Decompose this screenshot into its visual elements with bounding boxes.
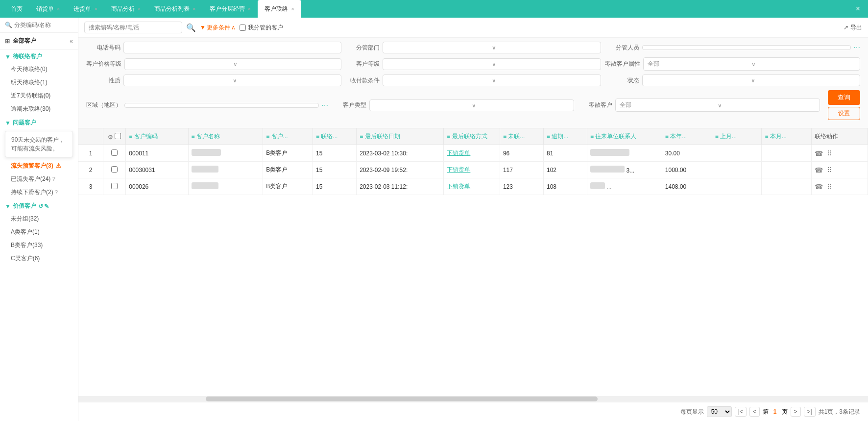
row-checkbox-cell (103, 178, 126, 195)
last-way-link[interactable]: 下销货单 (447, 149, 470, 156)
th-unlinked[interactable]: ≡ 未联... (500, 128, 543, 145)
sidebar-item-overdue-contact[interactable]: 逾期未联络(30) (0, 102, 78, 116)
export-button[interactable]: ↗ 导出 (844, 24, 862, 32)
th-this-month[interactable]: ≡ 本月... (762, 128, 812, 145)
more-conditions-btn[interactable]: ▼ 更多条件 ∧ (200, 24, 236, 32)
scatter-attr-select[interactable]: 全部 ∨ (643, 57, 860, 71)
more-actions-icon[interactable]: ⠿ (827, 166, 832, 174)
data-table: ⚙ ≡ 客户编码 ≡ 客户名称 ≡ 客户... ≡ (78, 128, 868, 195)
table-settings-icon[interactable]: ⚙ (108, 134, 113, 141)
th-code[interactable]: ≡ 客户编码 (126, 128, 188, 145)
row-date: 2023-02-09 19:52: (357, 162, 444, 178)
th-num (78, 128, 103, 145)
payment-select[interactable]: ∨ (383, 74, 601, 86)
last-way-link[interactable]: 下销货单 (447, 166, 470, 173)
th-last-date[interactable]: ≡ 最后联络日期 (357, 128, 444, 145)
tab-purchase[interactable]: 进货单 × (67, 0, 104, 18)
more-region-btn[interactable]: ··· (322, 101, 328, 110)
customer-type-select[interactable]: ∨ (369, 99, 574, 111)
more-actions-icon[interactable]: ⠿ (827, 183, 832, 191)
last-way-link[interactable]: 下销货单 (447, 183, 470, 190)
region-select[interactable] (124, 103, 319, 108)
customer-level-select[interactable]: ∨ (383, 58, 601, 70)
more-person-btn[interactable]: ··· (854, 43, 860, 52)
next-page-btn[interactable]: > (791, 407, 801, 417)
close-icon[interactable]: × (193, 6, 195, 12)
filter-row-2: 客户价格等级 ∨ 客户等级 ∨ 零散客户属性 全部 (86, 57, 860, 71)
close-icon[interactable]: × (94, 6, 97, 12)
tab-home[interactable]: 首页 (4, 0, 29, 18)
contact-icon[interactable]: ☎ (815, 166, 823, 174)
row-checkbox[interactable] (111, 149, 118, 156)
tab-product-list[interactable]: 商品分析列表 × (147, 0, 202, 18)
more-actions-icon[interactable]: ⠿ (827, 149, 832, 157)
close-icon[interactable]: × (248, 6, 251, 12)
row-checkbox[interactable] (111, 166, 118, 173)
phone-input[interactable] (123, 42, 341, 53)
sidebar-item-tomorrow[interactable]: 明天待联络(1) (0, 76, 78, 89)
sidebar-all-customers[interactable]: ⊞ 全部客户 « (0, 33, 78, 50)
status-select[interactable]: ∨ (642, 74, 860, 86)
my-customers-checkbox-label[interactable]: 我分管的客户 (240, 24, 283, 32)
th-year[interactable]: ≡ 本年... (662, 128, 712, 145)
tab-sales[interactable]: 销货单 × (29, 0, 67, 18)
row-this-month (762, 145, 812, 162)
row-checkbox[interactable] (111, 183, 118, 189)
th-name[interactable]: ≡ 客户名称 (188, 128, 263, 145)
sidebar-section-problem[interactable]: ▼ 问题客户 (0, 116, 78, 129)
first-page-btn[interactable]: |< (735, 407, 747, 417)
last-page-btn[interactable]: >| (804, 407, 816, 417)
page-label: 第 (763, 408, 769, 416)
contact-icon[interactable]: ☎ (815, 183, 823, 191)
person-extra: ... (606, 184, 611, 191)
page-size-select[interactable]: 50 100 200 (707, 406, 732, 417)
sidebar-section-pending[interactable]: ▼ 待联络客户 (0, 50, 78, 63)
sidebar-item-churn-warning[interactable]: 流失预警客户(3) ⚠ (0, 159, 78, 173)
select-all-checkbox[interactable] (115, 133, 121, 139)
person-select[interactable] (642, 45, 851, 50)
table-row: 1 000011 B类客户 15 2023-03-02 10:30: 下销货单 … (78, 145, 868, 162)
close-icon[interactable]: × (138, 6, 141, 12)
settings-button[interactable]: 设置 (828, 107, 860, 120)
tab-customer-tier[interactable]: 客户分层经营 × (203, 0, 258, 18)
sidebar-item-b-class[interactable]: B类客户(33) (0, 239, 78, 252)
prev-page-btn[interactable]: < (749, 407, 760, 417)
sidebar-item-c-class[interactable]: C类客户(6) (0, 252, 78, 265)
tab-product-analysis[interactable]: 商品分析 × (104, 0, 147, 18)
scatter-customer-select[interactable]: 全部 ∨ (615, 99, 820, 112)
sidebar-search-input[interactable] (14, 22, 73, 28)
sidebar-item-declining[interactable]: 持续下滑客户(2) ? (0, 186, 78, 199)
scrollbar-thumb[interactable] (206, 396, 598, 401)
horizontal-scrollbar[interactable] (78, 396, 868, 402)
my-customers-checkbox[interactable] (240, 25, 246, 31)
th-overdue[interactable]: ≡ 逾期... (544, 128, 587, 145)
blurred-person (590, 149, 629, 156)
th-last-month[interactable]: ≡ 上月... (712, 128, 762, 145)
search-icon: 🔍 (5, 22, 12, 28)
sidebar-item-ungroup[interactable]: 未分组(32) (0, 212, 78, 225)
price-level-select[interactable]: ∨ (124, 58, 341, 70)
sidebar-section-value[interactable]: ▼ 价值客户 ↺ ✎ (0, 199, 78, 212)
query-button[interactable]: 查询 (828, 90, 860, 105)
th-person[interactable]: ≡ 往来单位联系人 (587, 128, 662, 145)
row-year: 30.00 (662, 145, 712, 162)
th-last-way[interactable]: ≡ 最后联络方式 (444, 128, 500, 145)
row-type: B类客户 (263, 162, 313, 178)
sidebar-item-churned[interactable]: 已流失客户(24) ? (0, 173, 78, 186)
tab-customer-contact[interactable]: 客户联络 × (258, 0, 301, 18)
contact-icon[interactable]: ☎ (815, 149, 823, 157)
sidebar-item-today[interactable]: 今天待联络(0) (0, 63, 78, 76)
nature-select[interactable]: ∨ (123, 74, 341, 86)
close-icon[interactable]: × (57, 6, 60, 12)
search-button[interactable]: 🔍 (186, 23, 196, 32)
sidebar-item-a-class[interactable]: A类客户(1) (0, 225, 78, 239)
th-contact[interactable]: ≡ 联络... (313, 128, 357, 145)
th-type[interactable]: ≡ 客户... (263, 128, 313, 145)
close-icon[interactable]: × (291, 6, 294, 12)
dept-select[interactable]: ∨ (383, 42, 601, 53)
row-contact: 15 (313, 178, 357, 195)
tooltip-box: 90天未交易的客户，可能有流失风险。 (5, 131, 73, 157)
sidebar-item-7days[interactable]: 近7天待联络(0) (0, 89, 78, 102)
search-input[interactable] (84, 22, 182, 33)
close-all-icon[interactable]: × (852, 4, 864, 13)
